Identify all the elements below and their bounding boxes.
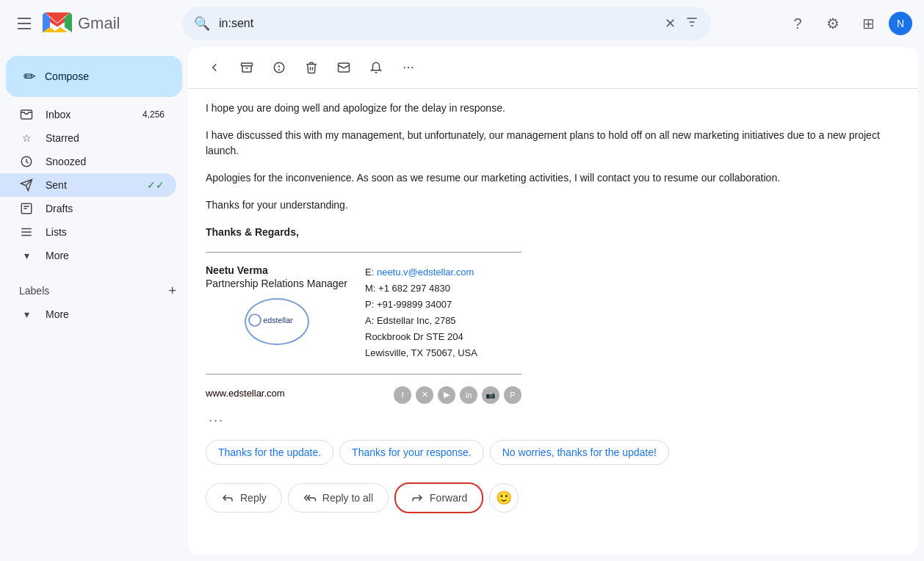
signature-divider [206, 252, 521, 253]
svg-text:edstellar: edstellar [263, 316, 293, 325]
email-actions: Reply Reply to all Forward 🙂 [206, 474, 900, 525]
svg-point-19 [404, 67, 405, 68]
sig-address-line2: Rockbrook Dr STE 204 [365, 329, 477, 345]
facebook-icon[interactable]: f [394, 386, 411, 404]
sent-check: ✓✓ [147, 179, 165, 191]
labels-section: Labels + [0, 279, 188, 303]
smart-reply-3[interactable]: No worries, thanks for the update! [490, 440, 669, 465]
svg-point-20 [408, 67, 409, 68]
more-dots-button[interactable]: ··· [206, 410, 227, 431]
sig-mobile-value: +1 682 297 4830 [378, 283, 450, 294]
youtube-icon[interactable]: ▶ [438, 386, 455, 404]
svg-rect-12 [242, 63, 253, 66]
user-avatar[interactable]: N [889, 12, 912, 35]
search-options-icon[interactable] [679, 12, 699, 36]
more-options-button[interactable] [394, 53, 423, 82]
svg-point-16 [279, 70, 280, 70]
settings-icon[interactable]: ⚙ [818, 9, 848, 38]
reply-all-label: Reply to all [322, 492, 373, 504]
search-bar[interactable]: 🔍 in:sent ✕ [182, 7, 711, 40]
twitter-icon[interactable]: ✕ [416, 386, 433, 404]
reply-label: Reply [240, 492, 267, 504]
sig-mobile-label: M: [365, 283, 375, 294]
signature-block: Neetu Verma Partnership Relations Manage… [206, 264, 900, 362]
labels-title: Labels [19, 285, 49, 297]
email-closing: Thanks & Regards, [206, 225, 900, 240]
sidebar-item-sent[interactable]: Sent ✓✓ [0, 173, 176, 197]
svg-point-22 [249, 314, 261, 326]
hamburger-menu[interactable] [12, 12, 37, 35]
more-label: More [46, 250, 165, 261]
smart-reply-2[interactable]: Thanks for your response. [339, 440, 484, 465]
help-icon[interactable]: ? [783, 9, 812, 38]
search-clear-icon[interactable]: ✕ [662, 12, 679, 35]
snooze-button[interactable] [361, 53, 391, 82]
sig-address-line3: Lewisville, TX 75067, USA [365, 345, 477, 361]
sidebar-item-more[interactable]: ▾ More [0, 244, 176, 267]
labels-add-icon[interactable]: + [168, 283, 176, 299]
topbar: Gmail 🔍 in:sent ✕ ? ⚙ ⊞ N [0, 0, 924, 47]
forward-label: Forward [430, 492, 467, 504]
sig-address-val3: Lewisville, TX 75067, USA [365, 347, 477, 358]
back-button[interactable] [200, 53, 229, 82]
sidebar-item-snoozed[interactable]: Snoozed [0, 150, 176, 173]
sidebar-item-starred[interactable]: ☆ Starred [0, 126, 176, 150]
email-panel: I hope you are doing well and apologize … [188, 47, 918, 555]
email-body-line-3: Apologies for the inconvenience. As soon… [206, 170, 900, 186]
compose-button[interactable]: ✏ Compose [6, 56, 182, 97]
inbox-label: Inbox [46, 109, 131, 120]
gmail-text-label: Gmail [78, 14, 120, 33]
sig-address-val2: Rockbrook Dr STE 204 [365, 331, 463, 342]
apps-icon[interactable]: ⊞ [853, 9, 883, 38]
spam-button[interactable] [264, 53, 294, 82]
linkedin-icon[interactable]: in [460, 386, 477, 404]
drafts-icon [19, 202, 34, 215]
sig-email-line: E: neetu.v@edstellar.com [365, 264, 477, 280]
emoji-button[interactable]: 🙂 [489, 483, 519, 513]
social-icons: f ✕ ▶ in 📷 P [394, 386, 521, 404]
app-container: Gmail 🔍 in:sent ✕ ? ⚙ ⊞ N ✏ Compose [0, 0, 924, 561]
sig-website-link[interactable]: www.edstellar.com [206, 388, 285, 399]
more-chevron-icon: ▾ [19, 250, 34, 261]
email-body-line-2: I have discussed this with my management… [206, 128, 900, 159]
sig-address-val1: Edstellar Inc, 2785 [377, 315, 456, 326]
forward-button[interactable]: Forward [394, 482, 483, 513]
sig-address-label: A: [365, 315, 374, 326]
labels-more-icon: ▾ [19, 308, 34, 320]
snoozed-label: Snoozed [46, 156, 165, 167]
mark-unread-button[interactable] [329, 53, 358, 82]
sig-phone-value: +91-99899 34007 [377, 299, 452, 310]
snoozed-icon [19, 155, 34, 168]
email-body-line-4: Thanks for your understanding. [206, 198, 900, 213]
sent-label: Sent [46, 179, 135, 191]
pinterest-icon[interactable]: P [504, 386, 521, 404]
email-content: I hope you are doing well and apologize … [188, 89, 918, 555]
sig-name: Neetu Verma [206, 264, 347, 276]
drafts-label: Drafts [46, 203, 165, 214]
sidebar-item-labels-more[interactable]: ▾ More [0, 303, 176, 326]
sidebar: ✏ Compose Inbox 4,256 ☆ Starred Snoozed [0, 47, 188, 561]
sidebar-item-lists[interactable]: Lists [0, 220, 176, 244]
instagram-icon[interactable]: 📷 [482, 386, 499, 404]
sig-address-line1: A: Edstellar Inc, 2785 [365, 313, 477, 329]
inbox-icon [19, 108, 34, 121]
gmail-logo-icon [43, 12, 72, 35]
sidebar-item-inbox[interactable]: Inbox 4,256 [0, 103, 176, 126]
archive-button[interactable] [232, 53, 261, 82]
search-input[interactable]: in:sent [219, 17, 662, 30]
labels-more-label: More [46, 308, 165, 320]
reply-all-button[interactable]: Reply to all [288, 483, 389, 513]
edstellar-logo-circle: edstellar [245, 298, 309, 345]
lists-label: Lists [46, 226, 165, 238]
delete-button[interactable] [297, 53, 326, 82]
smart-reply-1[interactable]: Thanks for the update. [206, 440, 333, 465]
sig-email-link[interactable]: neetu.v@edstellar.com [377, 267, 474, 278]
sidebar-item-drafts[interactable]: Drafts [0, 197, 176, 220]
signature-left: Neetu Verma Partnership Relations Manage… [206, 264, 347, 345]
topbar-logo: Gmail [12, 12, 173, 35]
svg-point-21 [411, 67, 413, 68]
reply-button[interactable]: Reply [206, 483, 282, 513]
starred-icon: ☆ [19, 132, 34, 144]
main-area: ✏ Compose Inbox 4,256 ☆ Starred Snoozed [0, 47, 924, 561]
edstellar-logo-text: edstellar [248, 309, 306, 335]
